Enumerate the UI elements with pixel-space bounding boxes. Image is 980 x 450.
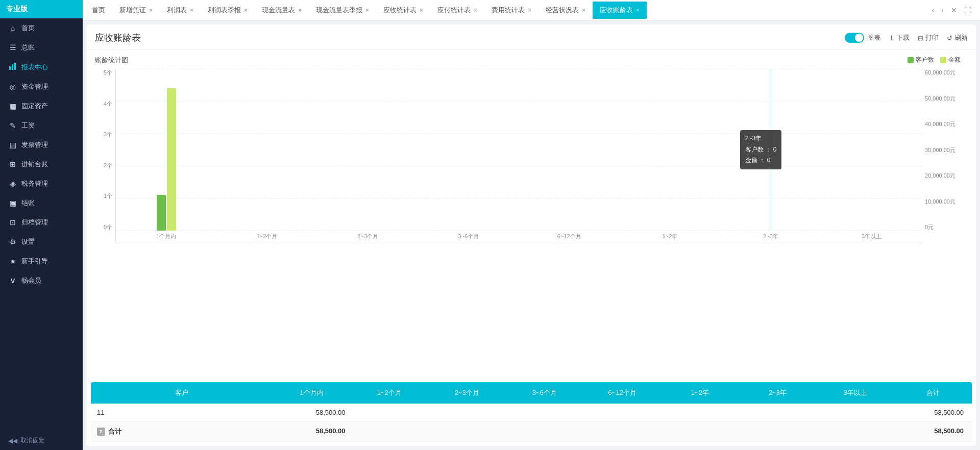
td-year23 [738,404,814,421]
sidebar-item-home[interactable]: ⌂ 首页 [0,18,83,38]
td-total-month23 [430,422,507,441]
sidebar-item-label: 归档管理 [21,218,48,227]
tab-close-cashflow-quarter[interactable]: × [365,7,369,14]
sidebar-item-tax[interactable]: ◈ 税务管理 [0,174,83,193]
y-label: 0个 [104,223,112,231]
tab-cashflow[interactable]: 现金流量表 × [255,2,309,19]
archive-icon: ⊡ [8,218,17,227]
tab-close-operation[interactable]: × [582,7,585,14]
sidebar-item-vip[interactable]: V 畅会员 [0,271,83,290]
tooltip-colon2: ： [759,157,765,164]
sidebar-item-archive[interactable]: ⊡ 归档管理 [0,213,83,232]
pin-label: 取消固定 [20,436,45,445]
td-month23 [430,404,507,421]
inventory-icon: ⊞ [8,160,17,168]
main-area: 首页 新增凭证 × 利润表 × 利润表季报 × 现金流量表 × 现金流量表季报 … [83,0,980,450]
td-month36 [507,404,583,421]
table-row: 11 58,500.00 58,500.00 [91,404,972,422]
tab-prev-btn[interactable]: ‹ [929,5,937,15]
chart-body: 2~3年 客户数 ： 0 金额 ： 0 [115,69,922,242]
table-header-row: 客户 1个月内 1~2个月 2~3个月 3~6个月 6~12个月 1~2年 2~… [91,382,972,404]
sidebar-item-reports[interactable]: 报表中心 [0,57,83,77]
chart-toggle-wrap: 图表 [845,33,880,43]
sidebar-item-ledger[interactable]: ☰ 总账 [0,38,83,57]
tab-receivable-stat[interactable]: 应收统计表 × [376,2,430,19]
tab-voucher[interactable]: 新增凭证 × [112,2,160,19]
legend-amount-label: 金额 [948,56,961,64]
tab-profit-quarter[interactable]: 利润表季报 × [201,2,255,19]
tab-close-profit[interactable]: × [190,7,193,14]
tab-close-aging[interactable]: × [636,7,640,14]
tab-aging[interactable]: 应收账龄表 × [593,2,647,19]
x-label-2: 1~2个月 [216,231,317,242]
reports-icon [8,62,17,72]
sidebar-pin-toggle[interactable]: ◀◀ 取消固定 [0,431,83,450]
home-icon: ⌂ [8,24,17,32]
tab-expense-stat[interactable]: 费用统计表 × [484,2,538,19]
page-header: 应收账龄表 图表 ⤓ 下载 ⊟ 打印 ↺ 刷新 [87,24,976,49]
td-total-customer: Σ 合计 [91,422,273,441]
tab-home[interactable]: 首页 [85,2,112,19]
td-month1: 58,500.00 [273,404,353,421]
tooltip-period: 2~3年 [745,133,776,144]
download-icon: ⤓ [889,34,894,42]
td-year12 [660,404,737,421]
chart-toggle-label: 图表 [867,33,880,42]
tab-close-receivable-stat[interactable]: × [420,7,423,14]
tab-close-voucher[interactable]: × [149,7,153,14]
refresh-button[interactable]: ↺ 刷新 [947,33,968,42]
tab-close-expense-stat[interactable]: × [528,7,531,14]
tab-expand-btn[interactable]: ⛶ [962,5,974,15]
sidebar-item-label: 报表中心 [21,63,48,72]
y-right-label: 50,000.00元 [925,95,955,103]
vip-icon: V [8,277,17,285]
sidebar-item-salary[interactable]: ✎ 工资 [0,116,83,135]
x-label-3: 2~3个月 [317,231,418,242]
sidebar-item-funds[interactable]: ◎ 资金管理 [0,77,83,96]
x-label-1: 1个月内 [116,231,216,242]
tooltip-amount: 金额 ： 0 [745,155,776,166]
td-customer: 11 [91,404,273,421]
sidebar-item-assets[interactable]: ▦ 固定资产 [0,96,83,116]
y-label: 2个 [104,162,112,169]
x-axis: 1个月内 1~2个月 2~3个月 3~6个月 6~12个月 1~2年 2~3年 … [116,231,922,242]
sidebar-item-guide[interactable]: ★ 新手引导 [0,252,83,271]
sidebar-item-label: 首页 [21,23,35,33]
sidebar-item-invoice[interactable]: ▤ 发票管理 [0,135,83,155]
refresh-icon: ↺ [947,34,952,42]
tab-payable-stat[interactable]: 应付统计表 × [430,2,484,19]
chart-toggle[interactable] [845,33,864,43]
legend-amount: 金额 [940,56,961,64]
print-button[interactable]: ⊟ 打印 [918,33,939,42]
guide-icon: ★ [8,257,17,265]
th-year12: 1~2年 [661,382,739,404]
sidebar-item-settlement[interactable]: ▣ 结账 [0,193,83,213]
tab-profit[interactable]: 利润表 × [160,2,201,19]
sidebar-item-label: 结账 [21,198,35,208]
tab-close-profit-quarter[interactable]: × [244,7,248,14]
ledger-icon: ☰ [8,43,17,52]
tab-close-all-btn[interactable]: ✕ [948,5,960,15]
sidebar-item-settings[interactable]: ⚙ 设置 [0,232,83,252]
th-year23: 2~3年 [739,382,816,404]
sidebar-item-label: 资金管理 [21,82,48,91]
sidebar-item-label: 发票管理 [21,140,48,149]
download-button[interactable]: ⤓ 下载 [889,33,910,42]
sidebar-item-label: 新手引导 [21,257,48,266]
tab-operation[interactable]: 经营状况表 × [538,2,593,19]
tab-close-cashflow[interactable]: × [298,7,302,14]
svg-rect-2 [14,63,16,70]
bar-group-2 [216,69,317,231]
chart-area: 账龄统计图 客户数 金额 5个 4个 3个 2个 1个 [87,49,976,382]
tab-close-payable-stat[interactable]: × [474,7,477,14]
total-label: 合计 [108,427,121,436]
bar-customers-1 [157,195,166,231]
svg-rect-0 [9,66,11,70]
funds-icon: ◎ [8,83,17,91]
invoice-icon: ▤ [8,141,17,149]
sidebar-item-inventory[interactable]: ⊞ 进销台账 [0,155,83,174]
tab-cashflow-quarter[interactable]: 现金流量表季报 × [309,2,376,19]
th-month36: 3~6个月 [506,382,583,404]
td-month612 [584,404,660,421]
tab-next-btn[interactable]: › [939,5,946,15]
